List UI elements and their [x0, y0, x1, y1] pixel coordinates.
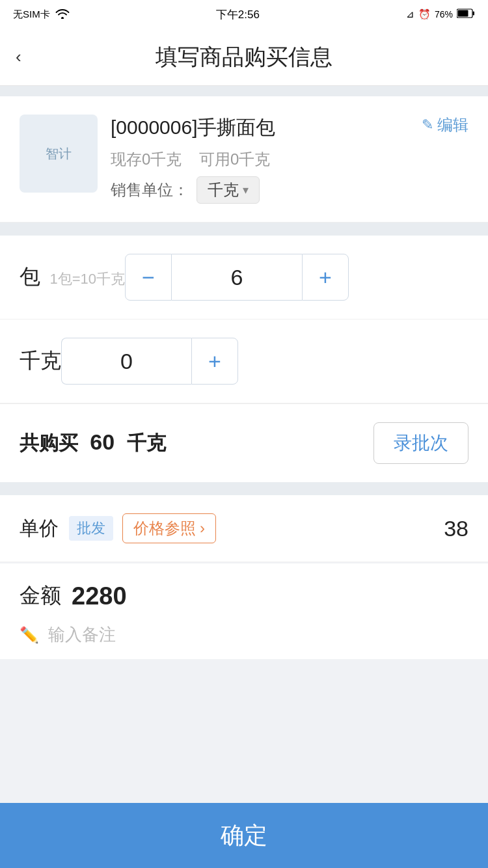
product-card: 智计 [0000006]手撕面包 现存0千克 可用0千克 销售单位： 千克 ▾ … — [0, 96, 488, 223]
price-section: 单价 批发 价格参照 › 38 — [0, 495, 488, 562]
pack-plus-button[interactable]: + — [302, 254, 349, 301]
kg-label: 千克 — [20, 349, 61, 372]
amount-value: 2280 — [72, 582, 127, 610]
edit-label: 编辑 — [437, 115, 468, 135]
price-row: 单价 批发 价格参照 › 38 — [0, 495, 488, 562]
pack-row: 包 1包=10千克 − + — [0, 236, 488, 319]
total-text: 共购买 60 千克 — [20, 429, 166, 457]
amount-label: 金额 — [20, 582, 61, 610]
pack-minus-button[interactable]: − — [125, 254, 172, 301]
section-divider-1 — [0, 223, 488, 236]
available-stock: 可用0千克 — [199, 150, 270, 168]
wifi-icon — [55, 8, 70, 21]
price-ref-arrow: › — [200, 519, 205, 537]
nav-bar: ‹ 填写商品购买信息 — [0, 29, 488, 86]
status-bar: 无SIM卡 下午2:56 ⊿ ⏰ 76% — [0, 0, 488, 29]
product-unit-row: 销售单位： 千克 ▾ — [111, 176, 468, 204]
dropdown-arrow: ▾ — [243, 183, 249, 197]
kg-qty-control: + — [61, 338, 238, 385]
pack-qty-control: − + — [125, 254, 349, 301]
remark-row[interactable]: ✏️ 输入备注 — [20, 623, 468, 646]
unit-dropdown[interactable]: 千克 ▾ — [197, 176, 260, 204]
status-time: 下午2:56 — [216, 7, 260, 22]
product-info: [0000006]手撕面包 现存0千克 可用0千克 销售单位： 千克 ▾ — [111, 115, 468, 204]
confirm-label: 确定 — [221, 820, 267, 852]
back-button[interactable]: ‹ — [16, 47, 21, 67]
batch-button[interactable]: 录批次 — [373, 422, 468, 464]
status-left: 无SIM卡 — [13, 8, 70, 21]
svg-rect-1 — [472, 12, 474, 16]
svg-rect-2 — [457, 10, 468, 17]
top-divider — [0, 86, 488, 96]
price-ref-button[interactable]: 价格参照 › — [122, 513, 216, 543]
total-suffix: 千克 — [127, 432, 166, 454]
carrier-label: 无SIM卡 — [13, 8, 50, 21]
price-tag: 批发 — [69, 516, 113, 541]
amount-row: 金额 2280 — [20, 582, 468, 610]
battery-icon — [457, 8, 475, 20]
unit-label: 销售单位： — [111, 180, 189, 200]
pack-qty-input[interactable] — [172, 254, 302, 301]
pack-label: 包 — [20, 265, 40, 288]
edit-button[interactable]: ✎ 编辑 — [422, 115, 468, 135]
kg-qty-input[interactable] — [61, 338, 191, 385]
pack-sublabel: 1包=10千克 — [49, 271, 125, 287]
pencil-icon: ✏️ — [20, 626, 39, 644]
status-right: ⊿ ⏰ 76% — [406, 8, 475, 20]
total-amount: 60 — [90, 429, 115, 454]
product-image-text: 智计 — [46, 145, 72, 163]
kg-row: 千克 + — [0, 319, 488, 403]
remark-placeholder: 输入备注 — [48, 623, 116, 646]
pack-label-group: 包 1包=10千克 — [20, 263, 125, 292]
edit-icon: ✎ — [422, 116, 433, 133]
confirm-bar[interactable]: 确定 — [0, 803, 488, 868]
kg-plus-button[interactable]: + — [191, 338, 238, 385]
total-row: 共购买 60 千克 录批次 — [0, 403, 488, 482]
battery-label: 76% — [435, 9, 453, 20]
product-image: 智计 — [20, 115, 98, 193]
amount-section: 金额 2280 ✏️ 输入备注 — [0, 563, 488, 659]
kg-label-group: 千克 — [20, 347, 61, 375]
product-name: [0000006]手撕面包 — [111, 115, 468, 141]
input-section: 包 1包=10千克 − + 千克 + — [0, 236, 488, 403]
price-ref-label: 价格参照 — [133, 518, 196, 539]
price-value: 38 — [444, 516, 468, 541]
price-label: 单价 — [20, 515, 59, 542]
total-prefix: 共购买 — [20, 432, 78, 454]
current-stock: 现存0千克 — [111, 150, 182, 168]
product-stock: 现存0千克 可用0千克 — [111, 149, 468, 170]
location-icon: ⊿ — [406, 8, 414, 20]
alarm-icon: ⏰ — [418, 8, 431, 20]
unit-value: 千克 — [208, 180, 239, 200]
section-divider-2 — [0, 482, 488, 495]
page-title: 填写商品购买信息 — [156, 42, 332, 72]
